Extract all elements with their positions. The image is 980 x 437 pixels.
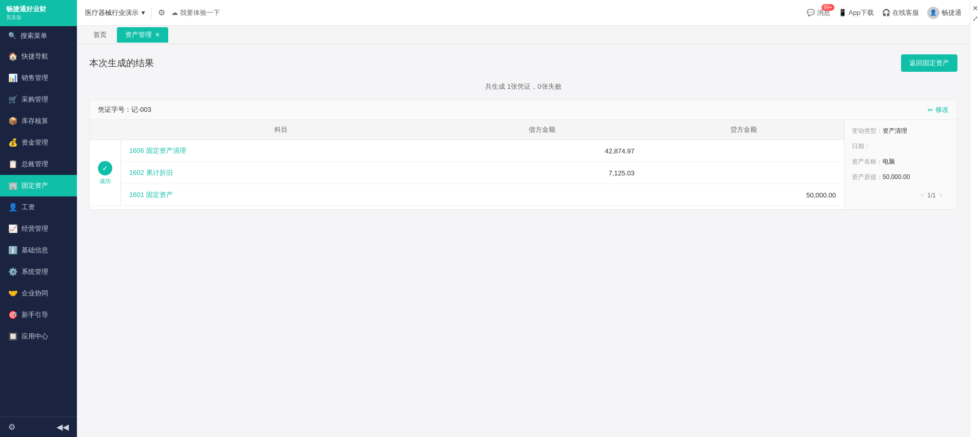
sidebar-item-label: 系统管理 xyxy=(22,267,48,276)
user-menu[interactable]: 👤 畅捷通 xyxy=(927,7,962,19)
collapse-icon[interactable]: ◀◀ xyxy=(56,422,69,432)
voucher-table: 科目 借方金额 贷方金额 ✓成功1606 固定资产清理42,874.971602… xyxy=(90,120,844,206)
voucher-container: 凭证字号：记-003 ✏ 修改 科目 借方金额 贷方金 xyxy=(89,100,957,210)
tab-home[interactable]: 首页 xyxy=(85,27,115,43)
basic-info-icon: ℹ️ xyxy=(8,246,17,255)
sidebar-item-ledger[interactable]: 📋 总账管理 xyxy=(0,153,77,175)
guide-icon: 🎯 xyxy=(8,310,17,320)
asset-value-row: 资产原值： 50,000.00 xyxy=(852,172,950,182)
sidebar-item-app-center[interactable]: 🔲 应用中心 xyxy=(0,326,77,347)
company-selector[interactable]: 医疗器械行业演示 ▾ xyxy=(85,8,145,17)
experience-label: 我要体验一下 xyxy=(180,8,220,17)
sidebar-item-guide[interactable]: 🎯 新手引导 xyxy=(0,304,77,326)
date-label: 日期： xyxy=(852,142,883,151)
col-subject-header: 科目 xyxy=(121,120,442,140)
sidebar-item-funds[interactable]: 💰 资金管理 xyxy=(0,132,77,153)
experience-button[interactable]: ☁ 我要体验一下 xyxy=(171,8,220,17)
subject-cell: 1606 固定资产清理 xyxy=(121,140,442,162)
system-icon: ⚙️ xyxy=(8,267,17,276)
tab-asset-management[interactable]: 资产管理 ✕ xyxy=(117,27,168,43)
sales-icon: 📊 xyxy=(8,73,17,83)
tabs-bar: 首页 资产管理 ✕ xyxy=(77,26,970,44)
credit-cell xyxy=(643,162,844,184)
sidebar-item-quick-nav[interactable]: 🏠 快捷导航 xyxy=(0,46,77,67)
sidebar-item-basic-info[interactable]: ℹ️ 基础信息 xyxy=(0,240,77,261)
result-summary: 共生成 1张凭证，0张失败 xyxy=(89,82,957,91)
fixed-assets-icon: 🏢 xyxy=(8,181,17,190)
dropdown-icon: ▾ xyxy=(142,9,145,16)
col-credit-header: 贷方金额 xyxy=(643,120,844,140)
sidebar-item-label: 固定资产 xyxy=(22,181,48,190)
payroll-icon: 👤 xyxy=(8,203,17,212)
return-button[interactable]: 返回固定资产 xyxy=(901,54,957,72)
asset-name-row: 资产名称： 电脑 xyxy=(852,157,950,166)
operations-icon: 📈 xyxy=(8,224,17,233)
sidebar-item-system[interactable]: ⚙️ 系统管理 xyxy=(0,261,77,283)
topbar: 医疗器械行业演示 ▾ ⚙ ☁ 我要体验一下 💬 消息 99+ 📱 App下载 🎧… xyxy=(77,0,970,26)
enterprise-icon: 🤝 xyxy=(8,289,17,298)
sidebar-item-inventory[interactable]: 📦 库存核算 xyxy=(0,110,77,132)
page-header: 本次生成的结果 返回固定资产 xyxy=(89,54,957,72)
resize-panel: ✕ ⤢ xyxy=(970,0,980,437)
sidebar-item-label: 销售管理 xyxy=(22,73,48,83)
sidebar-item-enterprise[interactable]: 🤝 企业协同 xyxy=(0,283,77,304)
success-text: 成功 xyxy=(98,177,112,185)
experience-icon: ☁ xyxy=(171,9,178,16)
message-icon: 💬 xyxy=(807,9,815,16)
edit-label: 修改 xyxy=(935,105,949,114)
prev-page-button[interactable]: < xyxy=(921,192,924,199)
tab-asset-management-label: 资产管理 xyxy=(125,30,152,39)
sidebar-item-payroll[interactable]: 👤 工资 xyxy=(0,196,77,218)
sidebar-item-operations[interactable]: 📈 经营管理 xyxy=(0,218,77,240)
change-type-value: 资产清理 xyxy=(883,126,907,135)
sidebar-item-label: 总账管理 xyxy=(22,160,48,169)
online-service-button[interactable]: 🎧 在线客服 xyxy=(882,8,919,17)
sidebar-item-fixed-assets[interactable]: 🏢 固定资产 xyxy=(0,175,77,196)
ledger-icon: 📋 xyxy=(8,160,17,169)
tab-close-icon[interactable]: ✕ xyxy=(155,31,160,38)
table-row: 1602 累计折旧7,125.03 xyxy=(90,162,844,184)
message-badge: 99+ xyxy=(822,4,834,11)
company-name: 医疗器械行业演示 xyxy=(85,8,138,17)
next-page-button[interactable]: > xyxy=(939,192,943,199)
search-icon: 🔍 xyxy=(8,32,16,39)
close-panel-button[interactable]: ✕ xyxy=(972,4,978,12)
search-menu[interactable]: 🔍 搜索菜单 xyxy=(0,26,77,46)
topbar-divider xyxy=(151,8,152,18)
online-service-label: 在线客服 xyxy=(892,8,919,17)
debit-cell: 7,125.03 xyxy=(442,162,643,184)
page-info: 1/1 xyxy=(927,192,936,199)
asset-value-label: 资产原值： xyxy=(852,172,883,182)
col-status-header xyxy=(90,120,121,140)
edit-icon: ✏ xyxy=(928,106,933,114)
app-download-button[interactable]: 📱 App下载 xyxy=(838,8,874,17)
table-row: ✓成功1606 固定资产清理42,874.97 xyxy=(90,140,844,162)
logo-title: 畅捷通好业财 xyxy=(6,5,46,14)
change-type-row: 变动类型： 资产清理 xyxy=(852,126,950,135)
settings-footer-icon[interactable]: ⚙ xyxy=(8,422,15,432)
expand-panel-button[interactable]: ⤢ xyxy=(972,14,978,23)
edit-button[interactable]: ✏ 修改 xyxy=(928,105,949,114)
topbar-right: 💬 消息 99+ 📱 App下载 🎧 在线客服 👤 畅捷通 xyxy=(807,7,962,19)
sidebar-item-sales[interactable]: 📊 销售管理 xyxy=(0,67,77,89)
page-content: 本次生成的结果 返回固定资产 共生成 1张凭证，0张失败 凭证字号：记-003 … xyxy=(77,44,970,437)
topbar-settings-icon[interactable]: ⚙ xyxy=(158,8,165,17)
service-icon: 🎧 xyxy=(882,9,890,16)
sidebar-item-label: 企业协同 xyxy=(22,289,48,298)
app-download-label: App下载 xyxy=(849,8,874,17)
sidebar-footer: ⚙ ◀◀ xyxy=(0,416,77,437)
voucher-side-panel: 变动类型： 资产清理 日期： 资产名称： 电脑 资产原值： 50,000.00 xyxy=(844,120,957,209)
avatar: 👤 xyxy=(927,7,939,19)
sidebar-nav: 🔍 搜索菜单 🏠 快捷导航 📊 销售管理 🛒 采购管理 📦 库存核算 💰 资金管… xyxy=(0,26,77,416)
table-row: 1601 固定资产50,000.00 xyxy=(90,184,844,206)
sidebar-item-label: 基础信息 xyxy=(22,246,48,255)
asset-value-value: 50,000.00 xyxy=(883,172,910,182)
app-logo: 畅捷通好业财 普及版 xyxy=(0,0,77,26)
message-button[interactable]: 💬 消息 99+ xyxy=(807,8,830,17)
voucher-table-area: 科目 借方金额 贷方金额 ✓成功1606 固定资产清理42,874.971602… xyxy=(90,120,844,209)
sidebar-item-label: 工资 xyxy=(22,203,35,212)
asset-name-label: 资产名称： xyxy=(852,157,883,166)
voucher-id: 凭证字号：记-003 xyxy=(98,105,151,114)
sidebar-item-purchase[interactable]: 🛒 采购管理 xyxy=(0,89,77,110)
subject-cell: 1602 累计折旧 xyxy=(121,162,442,184)
